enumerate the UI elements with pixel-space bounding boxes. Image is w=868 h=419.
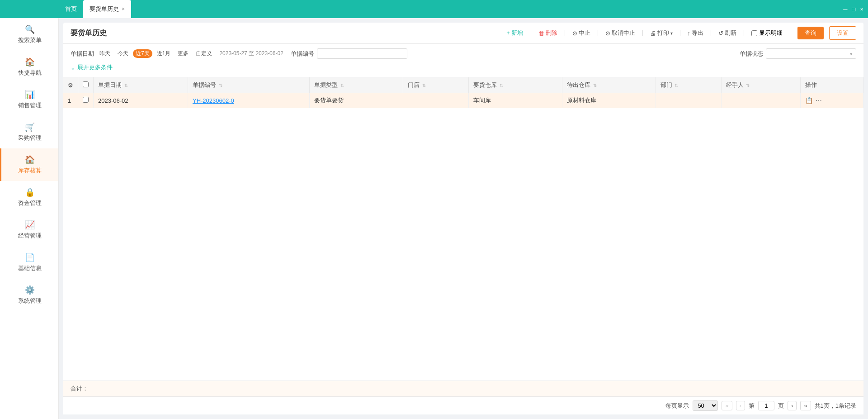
export-button-label: 导出 xyxy=(692,29,703,37)
sort-icon-req-warehouse[interactable]: ⇅ xyxy=(500,83,503,88)
row-more-icon[interactable]: ⋯ xyxy=(816,97,822,104)
date-shortcut-more[interactable]: 更多 xyxy=(175,49,191,58)
first-page-button[interactable]: « xyxy=(722,401,732,410)
quick-nav-icon: 🏠 xyxy=(25,57,35,67)
next-page-button[interactable]: › xyxy=(788,401,797,410)
tab-close-icon[interactable]: × xyxy=(122,6,125,12)
query-button[interactable]: 查询 xyxy=(797,27,824,39)
col-header-doc-no: 单据编号 ⇅ xyxy=(188,77,309,93)
requisition-table: ⚙ 单据日期 ⇅ 单据编号 ⇅ 单据类型 xyxy=(63,77,863,108)
sidebar-item-inventory-label: 库存核算 xyxy=(18,167,42,175)
row-settings: 1 xyxy=(63,93,78,108)
row-actions: 📋 ⋯ xyxy=(801,93,863,108)
print-button[interactable]: 🖨 打印 ▾ xyxy=(650,29,673,37)
doc-no-filter-item: 单据编号 xyxy=(291,48,407,59)
delete-button[interactable]: 🗑 删除 xyxy=(538,29,557,37)
page-header: 要货单历史 + 新增 🗑 删除 ⊘ 中止 ⊘ 取消中止 xyxy=(63,23,863,44)
row-handler xyxy=(721,93,801,108)
settings-button[interactable]: 设置 xyxy=(829,26,856,40)
last-page-button[interactable]: » xyxy=(800,401,811,410)
col-header-doc-type: 单据类型 ⇅ xyxy=(310,77,403,93)
system-icon: ⚙️ xyxy=(25,285,35,295)
sidebar-item-sales[interactable]: 📊 销售管理 xyxy=(0,83,58,116)
display-detail-checkbox-wrapper[interactable]: 显示明细 xyxy=(751,29,783,37)
page-label: 第 xyxy=(749,402,755,410)
window-maximize-icon[interactable]: □ xyxy=(852,6,856,13)
table-body: 1 2023-06-02 YH-20230602-0 要货单要货 车间库 原材料… xyxy=(63,93,863,108)
display-detail-label: 显示明细 xyxy=(759,29,783,37)
expand-more-button[interactable]: ⌄ 展开更多条件 xyxy=(71,62,113,72)
footer-bar: 合计： xyxy=(63,381,863,396)
refresh-button[interactable]: ↺ 刷新 xyxy=(718,29,736,37)
status-select-wrapper xyxy=(766,48,856,59)
col-header-pending-warehouse: 待出仓库 ⇅ xyxy=(562,77,656,93)
window-minimize-icon[interactable]: ─ xyxy=(843,6,847,13)
sidebar-item-search-menu-label: 搜索菜单 xyxy=(18,36,42,44)
date-shortcut-7days[interactable]: 近7天 xyxy=(133,49,152,58)
finance-icon: 🔒 xyxy=(25,187,35,197)
per-page-select[interactable]: 10 20 50 100 xyxy=(693,400,718,411)
status-select[interactable] xyxy=(766,48,856,59)
row-edit-icon[interactable]: 📋 xyxy=(805,97,813,104)
delete-button-label: 删除 xyxy=(546,29,557,37)
display-detail-checkbox[interactable] xyxy=(751,30,757,36)
col-header-department: 部门 ⇅ xyxy=(656,77,721,93)
sidebar-item-basic-info[interactable]: 📄 基础信息 xyxy=(0,246,58,279)
status-label: 单据状态 xyxy=(740,50,763,58)
col-header-doc-date: 单据日期 ⇅ xyxy=(94,77,188,93)
sort-icon-doc-no[interactable]: ⇅ xyxy=(219,83,222,88)
sidebar-item-basic-info-label: 基础信息 xyxy=(18,264,42,272)
row-doc-no[interactable]: YH-20230602-0 xyxy=(188,93,309,108)
cancel-stop-button[interactable]: ⊘ 取消中止 xyxy=(605,29,635,37)
sort-icon-handler[interactable]: ⇅ xyxy=(746,83,750,88)
date-filter-item: 单据日期 昨天 今天 近7天 近1月 更多 自定义 2023-05-27 至 2… xyxy=(71,49,283,58)
sidebar-item-purchase[interactable]: 🛒 采购管理 xyxy=(0,116,58,148)
doc-no-input[interactable] xyxy=(317,48,407,59)
stop-button[interactable]: ⊘ 中止 xyxy=(572,29,590,37)
select-all-checkbox[interactable] xyxy=(83,81,89,87)
tab-home-label: 首页 xyxy=(65,5,77,13)
sort-icon-doc-type[interactable]: ⇅ xyxy=(340,83,344,88)
doc-no-label: 单据编号 xyxy=(291,50,314,58)
doc-no-link[interactable]: YH-20230602-0 xyxy=(193,97,234,104)
page-input[interactable] xyxy=(758,401,774,410)
table-wrapper: ⚙ 单据日期 ⇅ 单据编号 ⇅ 单据类型 xyxy=(63,77,863,381)
sidebar-item-system[interactable]: ⚙️ 系统管理 xyxy=(0,279,58,311)
footer-summary-label: 合计： xyxy=(71,385,88,392)
inventory-icon: 🏠 xyxy=(25,155,35,165)
date-shortcut-custom[interactable]: 自定义 xyxy=(193,49,215,58)
col-header-store: 门店 ⇅ xyxy=(403,77,469,93)
row-store xyxy=(403,93,469,108)
sort-icon-pending-warehouse[interactable]: ⇅ xyxy=(593,83,597,88)
sidebar-item-operations-label: 经营管理 xyxy=(18,232,42,240)
toolbar: + 新增 🗑 删除 ⊘ 中止 ⊘ 取消中止 xyxy=(506,26,856,40)
sidebar-item-finance[interactable]: 🔒 资金管理 xyxy=(0,181,58,214)
sort-icon-department[interactable]: ⇅ xyxy=(675,83,678,88)
sidebar-item-operations[interactable]: 📈 经营管理 xyxy=(0,214,58,246)
add-button[interactable]: + 新增 xyxy=(506,29,523,37)
sort-icon-store[interactable]: ⇅ xyxy=(422,83,426,88)
prev-page-button[interactable]: ‹ xyxy=(736,401,745,410)
sidebar-item-quick-nav[interactable]: 🏠 快捷导航 xyxy=(0,51,58,83)
date-shortcut-yesterday[interactable]: 昨天 xyxy=(97,49,113,58)
sidebar-item-purchase-label: 采购管理 xyxy=(18,134,42,142)
sidebar-item-system-label: 系统管理 xyxy=(18,297,42,305)
date-shortcut-1month[interactable]: 近1月 xyxy=(154,49,174,58)
window-close-icon[interactable]: × xyxy=(860,6,863,13)
settings-col-header[interactable]: ⚙ xyxy=(63,77,78,93)
pagination-bar: 每页显示 10 20 50 100 « ‹ 第 页 › » 共1页，1条记录 xyxy=(63,396,863,414)
tab-home[interactable]: 首页 xyxy=(59,0,83,18)
col-header-req-warehouse: 要货仓库 ⇅ xyxy=(469,77,562,93)
print-button-label: 打印 xyxy=(657,29,669,37)
delete-icon: 🗑 xyxy=(538,30,544,37)
date-shortcuts: 昨天 今天 近7天 近1月 更多 自定义 xyxy=(97,49,215,58)
sidebar-item-search-menu[interactable]: 🔍 搜索菜单 xyxy=(0,18,58,51)
total-info: 共1页，1条记录 xyxy=(815,402,856,410)
search-menu-icon: 🔍 xyxy=(25,24,35,34)
date-shortcut-today[interactable]: 今天 xyxy=(115,49,131,58)
export-button[interactable]: ↑ 导出 xyxy=(688,29,704,37)
tab-requisition-history[interactable]: 要货单历史 × xyxy=(83,0,131,18)
sort-icon-doc-date[interactable]: ⇅ xyxy=(124,83,128,88)
sidebar-item-inventory[interactable]: 🏠 库存核算 xyxy=(0,148,58,181)
row-checkbox[interactable] xyxy=(83,97,89,103)
